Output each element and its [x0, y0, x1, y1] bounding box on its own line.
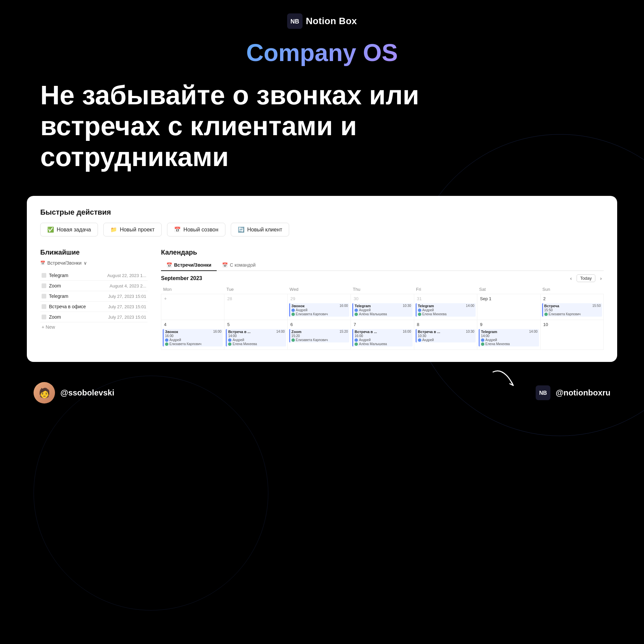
item-icon [42, 294, 46, 299]
svg-text:NB: NB [290, 18, 299, 25]
calendar-event[interactable]: Zoom15:20 15:20 Елизавета Карпович [289, 329, 349, 342]
calendar-day[interactable]: 28 [224, 294, 287, 320]
new-client-button[interactable]: 🔄 Новый клиент [231, 223, 289, 236]
footer-logo-icon: NB [536, 385, 550, 400]
calendar-tabs: 📅 Встречи/Звонки 📅 С командой [161, 260, 604, 271]
new-call-button[interactable]: 📅 Новый созвон [167, 223, 225, 236]
calendar-section: Календарь 📅 Встречи/Звонки 📅 С командой … [161, 249, 604, 350]
event-person: Алёна Малышева [355, 342, 411, 346]
today-button[interactable]: Today [577, 274, 596, 282]
calendar-event[interactable]: Telegram14:00 Андрей Елена Михеева [416, 303, 476, 317]
event-person: Андрей [355, 308, 411, 312]
calendar-event[interactable]: Звонок16:00 16:00 Андрей Елизавета Карпо… [163, 329, 223, 346]
svg-text:NB: NB [539, 390, 547, 396]
quick-actions-title: Быстрые действия [40, 208, 604, 217]
footer: 🧑 @ssobolevski NB @notionboxru [27, 382, 617, 404]
weekday-mon: Mon [161, 285, 224, 294]
calendar-day[interactable]: 9 Telegram14:00 14:00 Андрей Елена Михее… [477, 320, 540, 350]
upcoming-list: Telegram August 22, 2023 1... Zoom Augus… [40, 270, 148, 322]
event-person: Елизавета Карпович [544, 312, 601, 316]
brand-header: NB Notion Box [287, 13, 357, 29]
call-icon: 📅 [174, 226, 181, 233]
tab-with-team[interactable]: 📅 С командой [217, 260, 261, 271]
item-name-left: Zoom [42, 283, 61, 288]
item-name-left: Telegram [42, 293, 68, 299]
calendar-day[interactable]: 4 Звонок16:00 16:00 Андрей Елизавета Кар… [161, 320, 224, 350]
day-number: 10 [542, 321, 549, 328]
upcoming-filter[interactable]: 📅 Встречи/Звонки ∨ [40, 260, 148, 266]
next-month-button[interactable]: › [598, 275, 604, 282]
calendar-grid: Mon Tue Wed Thu Fri Sat Sun [161, 285, 604, 350]
event-person: Андрей [355, 338, 411, 342]
calendar-header: September 2023 ‹ Today › [161, 274, 604, 282]
calendar-day[interactable]: 31 Telegram14:00 Андрей Елена Михеева [414, 294, 477, 320]
weekday-wed: Wed [287, 285, 351, 294]
filter-icon: 📅 [40, 261, 45, 265]
day-number: 30 [352, 296, 360, 302]
footer-right: NB @notionboxru [536, 385, 610, 400]
new-project-button[interactable]: 📁 Новый проект [103, 223, 162, 236]
weekday-fri: Fri [414, 285, 477, 294]
tab-icon: 📅 [222, 262, 228, 268]
calendar-day[interactable]: 29 Звонок16:00 Андрей Елизавета Карпович [287, 294, 351, 320]
list-item: Telegram July 27, 2023 15:01 [40, 291, 148, 302]
day-number: 4 [163, 321, 168, 328]
item-name-left: Встреча в офисе [42, 304, 86, 309]
calendar-day[interactable]: 2 Встреча15:50 15:50 Елизавета Карпович [540, 294, 603, 320]
upcoming-title: Ближайшие [40, 249, 148, 256]
footer-left: 🧑 @ssobolevski [34, 382, 114, 404]
calendar-nav: ‹ Today › [568, 274, 604, 282]
calendar-day[interactable]: 5 Встреча в ...14:00 14:00 Андрей Елена … [224, 320, 287, 350]
event-person: Елена Михеева [481, 342, 537, 346]
calendar-day[interactable]: 6 Zoom15:20 15:20 Елизавета Карпович [287, 320, 351, 350]
notion-card: Быстрые действия ✅ Новая задача 📁 Новый … [27, 196, 617, 362]
event-person: Андрей [418, 338, 474, 342]
calendar-day[interactable]: Sep 1 [477, 294, 540, 320]
item-name-left: Zoom [42, 314, 61, 320]
upcoming-section: Ближайшие 📅 Встречи/Звонки ∨ Telegram Au… [40, 249, 148, 332]
item-icon [42, 273, 46, 278]
calendar-week-1: + 28 29 Звонок16:00 Андрей [161, 294, 604, 320]
day-number: 6 [289, 321, 294, 328]
add-new-button[interactable]: + New [40, 322, 148, 332]
calendar-event[interactable]: Звонок16:00 Андрей Елизавета Карпович [289, 303, 349, 317]
calendar-day[interactable]: 8 Встреча в ...10:30 10:30 Андрей [414, 320, 477, 350]
event-person: Андрей [291, 308, 348, 312]
day-number: 8 [416, 321, 421, 328]
item-name-left: Telegram [42, 273, 68, 278]
right-social-handle: @notionboxru [556, 388, 610, 397]
calendar-event[interactable]: Встреча в ...10:30 10:30 Андрей [416, 329, 476, 342]
calendar-event[interactable]: Telegram14:00 14:00 Андрей Елена Михеева [479, 329, 539, 346]
tab-meetings-calls[interactable]: 📅 Встречи/Звонки [161, 260, 217, 271]
calendar-event[interactable]: Встреча15:50 15:50 Елизавета Карпович [542, 303, 602, 317]
event-person: Елена Михеева [418, 312, 474, 316]
prev-month-button[interactable]: ‹ [568, 275, 574, 282]
event-person: Елизавета Карпович [291, 312, 348, 316]
brand-name: Notion Box [306, 16, 357, 26]
client-icon: 🔄 [238, 226, 245, 233]
calendar-day[interactable]: 7 Встреча в ...16:00 16:00 Андрей Алёна … [351, 320, 414, 350]
add-event-button[interactable]: + [163, 295, 168, 302]
day-number: 7 [352, 321, 357, 328]
list-item: Встреча в офисе July 27, 2023 15:01 [40, 302, 148, 312]
calendar-day[interactable]: + [161, 294, 224, 320]
calendar-event[interactable]: Встреча в ...16:00 16:00 Андрей Алёна Ма… [352, 329, 412, 346]
item-icon [42, 304, 46, 309]
calendar-event[interactable]: Встреча в ...14:00 14:00 Андрей Елена Ми… [226, 329, 286, 346]
day-number: 2 [542, 296, 547, 302]
day-number: 29 [289, 296, 297, 302]
quick-actions-row: ✅ Новая задача 📁 Новый проект 📅 Новый со… [40, 223, 604, 236]
event-person: Андрей [418, 308, 474, 312]
event-person: Елена Михеева [228, 342, 284, 346]
new-task-button[interactable]: ✅ Новая задача [40, 223, 98, 236]
calendar-day[interactable]: 30 Telegram10:30 Андрей Алёна Малышева [351, 294, 414, 320]
two-col-layout: Ближайшие 📅 Встречи/Звонки ∨ Telegram Au… [40, 249, 604, 350]
tab-icon: 📅 [166, 262, 172, 268]
avatar: 🧑 [34, 382, 55, 404]
calendar-event[interactable]: Telegram10:30 Андрей Алёна Малышева [352, 303, 412, 317]
list-item: Telegram August 22, 2023 1... [40, 270, 148, 281]
day-number: 5 [226, 321, 231, 328]
calendar-day[interactable]: 10 [540, 320, 603, 350]
chevron-down-icon: ∨ [84, 260, 87, 266]
brand-logo-icon: NB [287, 13, 303, 29]
